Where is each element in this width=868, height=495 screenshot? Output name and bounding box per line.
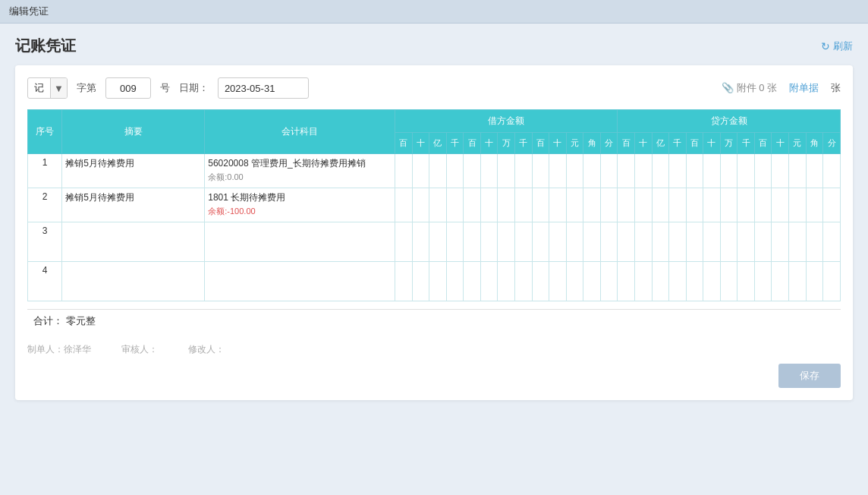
attach-label: 附件 0 张	[737, 82, 777, 93]
th-summary: 摘要	[62, 110, 205, 154]
th-d2: 十	[412, 133, 429, 154]
summary-footer: 合计： 零元整	[27, 309, 841, 333]
date-label: 日期：	[179, 81, 209, 95]
th-d8: 千	[515, 133, 533, 154]
zidi-label: 字第	[77, 81, 96, 95]
row-seq-1: 1	[28, 154, 62, 188]
voucher-table: 序号 摘要 会计科目 借方金额 贷方金额 百	[27, 109, 841, 301]
voucher-card: 记 ▼ 字第 号 日期： 📎 附件 0 张 附单据 张 序	[15, 65, 853, 400]
prefix-value: 记	[28, 81, 50, 95]
th-c4: 千	[669, 133, 687, 154]
paperclip-icon: 📎	[722, 82, 734, 93]
attach-link[interactable]: 📎 附件 0 张	[722, 81, 777, 95]
th-d13: 分	[600, 133, 618, 154]
page-title: 记账凭证	[15, 36, 76, 56]
row-account-3[interactable]	[205, 222, 395, 262]
th-account: 会计科目	[205, 110, 395, 154]
prefix-arrow-icon[interactable]: ▼	[50, 78, 67, 98]
th-c5: 百	[686, 133, 703, 154]
row-seq-4: 4	[28, 262, 62, 301]
th-c3: 亿	[652, 133, 669, 154]
attach-count-label: 张	[831, 81, 841, 95]
save-button[interactable]: 保存	[778, 364, 841, 388]
page-header: 记账凭证 ↻ 刷新	[15, 36, 853, 56]
th-c10: 十	[772, 133, 789, 154]
th-d5: 百	[464, 133, 481, 154]
th-d12: 角	[583, 133, 601, 154]
th-d4: 千	[446, 133, 464, 154]
date-input[interactable]	[218, 77, 309, 99]
table-row: 3	[28, 222, 841, 262]
title-bar: 编辑凭证	[0, 0, 868, 24]
title-bar-text: 编辑凭证	[9, 5, 49, 17]
refresh-label: 刷新	[833, 39, 853, 53]
save-area: 保存	[27, 364, 841, 388]
modifier-label: 修改人：	[188, 343, 225, 356]
refresh-button[interactable]: ↻ 刷新	[821, 39, 853, 53]
footer-info: 制单人：徐泽华 审核人： 修改人：	[27, 343, 841, 356]
row-summary-2[interactable]: 摊销5月待摊费用	[62, 188, 205, 222]
th-d1: 百	[395, 133, 413, 154]
th-c6: 十	[703, 133, 721, 154]
auditor-label: 审核人：	[121, 343, 158, 356]
th-c13: 分	[823, 133, 841, 154]
th-c7: 万	[720, 133, 737, 154]
row-balance-1: 余额:0.00	[208, 170, 392, 184]
th-c2: 十	[634, 133, 652, 154]
summary-value: 零元整	[66, 315, 96, 326]
th-d3: 亿	[429, 133, 447, 154]
th-d7: 万	[498, 133, 515, 154]
attach-single-link[interactable]: 附单据	[789, 81, 819, 95]
row-seq-2: 2	[28, 188, 62, 222]
form-row: 记 ▼ 字第 号 日期： 📎 附件 0 张 附单据 张	[27, 77, 841, 99]
th-seq: 序号	[28, 110, 62, 154]
th-d10: 十	[549, 133, 567, 154]
prefix-select[interactable]: 记 ▼	[27, 77, 68, 99]
row-seq-3: 3	[28, 222, 62, 262]
th-d9: 百	[532, 133, 549, 154]
table-row: 4	[28, 262, 841, 301]
row-account-2[interactable]: 1801 长期待摊费用 余额:-100.00	[205, 188, 395, 222]
th-credit: 贷方金额	[618, 110, 841, 133]
th-c12: 角	[806, 133, 823, 154]
th-c9: 百	[754, 133, 772, 154]
row-balance-2: 余额:-100.00	[208, 204, 392, 219]
table-row: 2 摊销5月待摊费用 1801 长期待摊费用 余额:-100.00	[28, 188, 841, 222]
hao-label: 号	[160, 81, 170, 95]
row-account-4[interactable]	[205, 262, 395, 301]
row-summary-3[interactable]	[62, 222, 205, 262]
row-summary-4[interactable]	[62, 262, 205, 301]
summary-label: 合计：	[33, 315, 63, 326]
row-summary-1[interactable]: 摊销5月待摊费用	[62, 154, 205, 188]
th-c11: 元	[789, 133, 807, 154]
zi-hao-input[interactable]	[105, 77, 151, 99]
th-c1: 百	[618, 133, 635, 154]
main-content: 记账凭证 ↻ 刷新 记 ▼ 字第 号 日期： 📎 附件 0 张 附单据 张	[0, 24, 868, 495]
th-c8: 千	[737, 133, 755, 154]
th-debit: 借方金额	[395, 110, 618, 133]
table-row: 1 摊销5月待摊费用 56020008 管理费用_长期待摊费用摊销 余额:0.0…	[28, 154, 841, 188]
refresh-icon: ↻	[821, 40, 830, 52]
attach-area: 📎 附件 0 张 附单据 张	[722, 81, 841, 95]
row-account-1[interactable]: 56020008 管理费用_长期待摊费用摊销 余额:0.00	[205, 154, 395, 188]
th-d11: 元	[566, 133, 583, 154]
th-d6: 十	[480, 133, 498, 154]
maker-label: 制单人：徐泽华	[27, 343, 91, 356]
